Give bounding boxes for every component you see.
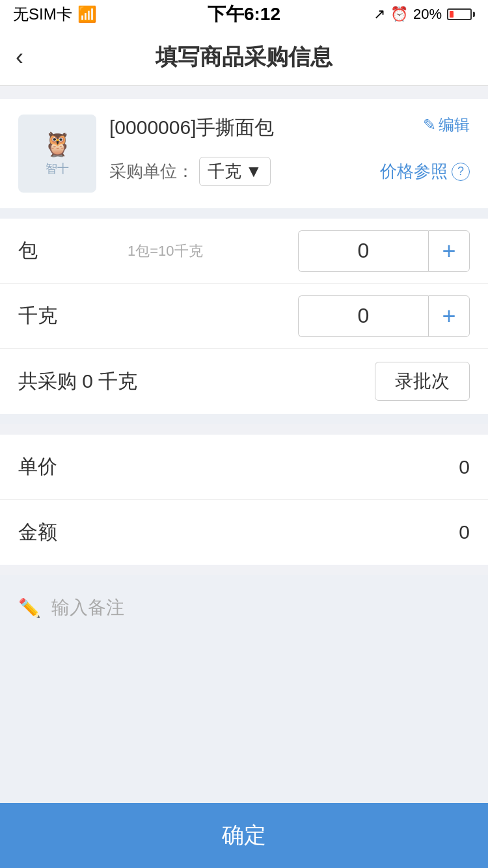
location-icon: ↗ — [373, 6, 385, 23]
edit-button[interactable]: ✎ 编辑 — [423, 115, 470, 135]
product-image: 🦉 智十 — [18, 115, 96, 193]
remark-placeholder: 输入备注 — [51, 595, 124, 620]
confirm-button[interactable]: 确定 — [0, 803, 488, 868]
unit-select[interactable]: 千克 ▼ — [199, 157, 271, 186]
bao-label: 包 — [18, 237, 122, 264]
bao-plus-button[interactable]: + — [428, 230, 470, 272]
battery-percent: 20% — [413, 6, 442, 23]
info-icon: ? — [452, 163, 470, 181]
bao-input-right: 0 + — [298, 230, 470, 272]
price-ref-label: 价格参照 — [380, 160, 448, 183]
status-bar-left: 无SIM卡 📶 — [13, 4, 97, 25]
product-card: 🦉 智十 [0000006]手撕面包 ✎ 编辑 采购单位： 千克 ▼ 价格参照 … — [0, 99, 488, 208]
bao-sub-label: 1包=10千克 — [128, 241, 298, 261]
back-button[interactable]: ‹ — [16, 46, 23, 69]
status-bar: 无SIM卡 📶 下午6:12 ↗ ⏰ 20% — [0, 0, 488, 29]
battery-indicator — [447, 8, 475, 20]
unit-value: 千克 — [208, 160, 241, 183]
kg-input-right: 0 + — [298, 295, 470, 337]
product-logo-text: 智十 — [46, 161, 69, 176]
product-header: [0000006]手撕面包 ✎ 编辑 — [109, 115, 470, 141]
kg-input-row: 千克 0 + — [0, 284, 488, 349]
unit-price-label: 单价 — [18, 454, 57, 480]
summary-row: 共采购 0 千克 录批次 — [18, 349, 470, 414]
edit-icon: ✎ — [423, 116, 436, 134]
bao-input-row: 包 1包=10千克 0 + — [0, 219, 488, 284]
amount-row: 金额 0 — [0, 500, 488, 565]
pencil-icon: ✏️ — [18, 597, 41, 619]
bao-quantity-input[interactable]: 0 — [298, 230, 428, 272]
carrier-label: 无SIM卡 — [13, 4, 72, 25]
remark-section[interactable]: ✏️ 输入备注 — [0, 575, 488, 640]
product-info: [0000006]手撕面包 ✎ 编辑 采购单位： 千克 ▼ 价格参照 ? — [109, 115, 470, 186]
kg-label: 千克 — [18, 303, 122, 329]
unit-label: 采购单位： — [109, 160, 194, 183]
chevron-down-icon: ▼ — [245, 161, 262, 182]
price-section: 单价 0 金额 0 — [0, 435, 488, 565]
section-divider-1 — [0, 208, 488, 219]
kg-quantity-input[interactable]: 0 — [298, 295, 428, 337]
product-unit-row: 采购单位： 千克 ▼ 价格参照 ? — [109, 157, 470, 186]
section-divider-2 — [0, 414, 488, 424]
product-logo-icon: 🦉 — [43, 131, 72, 158]
amount-value: 0 — [459, 521, 470, 543]
record-batch-button[interactable]: 录批次 — [375, 362, 470, 401]
kg-plus-button[interactable]: + — [428, 295, 470, 337]
price-ref-button[interactable]: 价格参照 ? — [380, 160, 470, 183]
status-bar-time: 下午6:12 — [208, 2, 280, 27]
unit-price-value: 0 — [459, 456, 470, 478]
product-name: [0000006]手撕面包 — [109, 115, 423, 141]
nav-bar: ‹ 填写商品采购信息 — [0, 29, 488, 86]
summary-text: 共采购 0 千克 — [18, 368, 137, 395]
alarm-icon: ⏰ — [390, 6, 408, 23]
wifi-icon: 📶 — [77, 5, 97, 23]
unit-price-row: 单价 0 — [0, 435, 488, 500]
summary-section: 共采购 0 千克 录批次 — [0, 349, 488, 414]
input-section: 包 1包=10千克 0 + 千克 0 + — [0, 219, 488, 349]
page-title: 填写商品采购信息 — [156, 42, 332, 72]
status-bar-right: ↗ ⏰ 20% — [373, 6, 475, 23]
amount-label: 金额 — [18, 519, 57, 546]
